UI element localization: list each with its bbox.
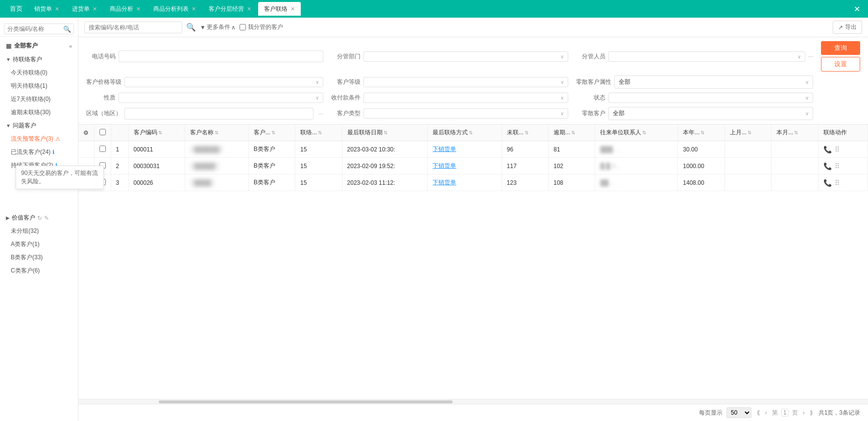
col-name[interactable]: 客户名称⇅ xyxy=(185,124,248,141)
filter-customer-type-select[interactable]: ∨ xyxy=(363,108,568,119)
tab-home[interactable]: 首页 xyxy=(4,4,28,13)
col-no-contact[interactable]: 未联...⇅ xyxy=(502,124,548,141)
phone-icon[interactable]: 📞 xyxy=(823,179,832,187)
more-action-icon[interactable]: ⠿ xyxy=(835,146,840,153)
scrollbar-thumb[interactable] xyxy=(159,400,453,403)
contact-method-link[interactable]: 下销货单 xyxy=(433,146,456,152)
tab-purchase[interactable]: 进货单 ✕ xyxy=(66,2,103,16)
col-settings[interactable]: ⚙ xyxy=(78,124,94,141)
sort-icon: ⇅ xyxy=(794,130,798,135)
per-page-select[interactable]: 50 20 100 xyxy=(726,407,751,418)
close-icon[interactable]: ✕ xyxy=(93,6,97,12)
sort-icon: ⇅ xyxy=(642,130,646,135)
sort-icon: ⇅ xyxy=(469,130,473,135)
close-icon[interactable]: ✕ xyxy=(247,6,251,12)
sidebar-item-overdue-contact[interactable]: 逾期未联络(30) xyxy=(0,106,78,119)
filter-row-4: 区域（地区） ··· 客户类型 ∨ 零散客户 全部 ∨ xyxy=(86,107,860,120)
col-contact[interactable]: 联络...⇅ xyxy=(295,124,342,141)
settings-button[interactable]: 设置 xyxy=(821,57,860,72)
close-icon[interactable]: ✕ xyxy=(55,6,59,12)
col-this-month[interactable]: 本月...⇅ xyxy=(772,124,818,141)
sidebar-item-class-c[interactable]: C类客户(6) xyxy=(0,264,78,277)
cell-action: 📞 ⠿ xyxy=(818,158,868,174)
col-last-month[interactable]: 上月...⇅ xyxy=(724,124,771,141)
tab-sales[interactable]: 销货单 ✕ xyxy=(28,2,65,16)
settings-icon[interactable]: ⚙ xyxy=(83,129,89,136)
pagination-nav: ⟪ ‹ 第 1 页 › ⟫ xyxy=(755,409,815,417)
refresh-icon[interactable]: ↻ xyxy=(37,215,42,222)
cell-code: 00030031 xyxy=(128,158,185,174)
more-action-icon[interactable]: ⠿ xyxy=(835,179,840,187)
sidebar-item-lost-warning[interactable]: 流失预警客户(3) ⚠ xyxy=(0,132,78,146)
col-last-contact-method[interactable]: 最后联络方式⇅ xyxy=(428,124,502,141)
tab-analysis[interactable]: 商品分析 ✕ xyxy=(104,2,146,16)
sidebar-all-customers[interactable]: ▦ 全部客户 « xyxy=(0,39,78,53)
phone-icon[interactable]: 📞 xyxy=(823,146,832,153)
edit-icon[interactable]: ✎ xyxy=(44,215,49,222)
sidebar-group-pending-title[interactable]: ▼ 待联络客户 xyxy=(0,53,78,66)
filter-nature-select[interactable]: ∨ xyxy=(119,93,323,103)
advanced-filter-panel: 电话号码 分管部门 ∨ 分管人员 ∨ ··· xyxy=(78,37,868,124)
filter-price-grade-select[interactable]: ∨ xyxy=(124,77,323,87)
col-last-contact-date[interactable]: 最后联络日期⇅ xyxy=(342,124,428,141)
contact-method-link[interactable]: 下销货单 xyxy=(433,179,456,186)
sidebar-item-week[interactable]: 近7天待联络(0) xyxy=(0,93,78,106)
filter-search-button[interactable]: 🔍 xyxy=(186,23,196,32)
filter-person-select[interactable]: ∨ xyxy=(608,51,805,62)
cell-last-contact-method[interactable]: 下销货单 xyxy=(428,158,502,174)
filter-customer-grade-select[interactable]: ∨ xyxy=(363,77,568,87)
col-overdue[interactable]: 逾期...⇅ xyxy=(549,124,595,141)
sidebar-item-tomorrow[interactable]: 明天待联络(1) xyxy=(0,79,78,93)
tab-analysis-list[interactable]: 商品分析列表 ✕ xyxy=(147,2,202,16)
more-action-icon[interactable]: ⠿ xyxy=(835,162,840,170)
my-customers-checkbox-label[interactable]: 我分管的客户 xyxy=(240,23,283,31)
table-footer: 每页显示 50 20 100 ⟪ ‹ 第 1 页 › ⟫ 共1页，3条记录 xyxy=(78,404,868,421)
row-checkbox[interactable] xyxy=(99,146,106,152)
sidebar-item-today[interactable]: 今天待联络(0) xyxy=(0,66,78,79)
horizontal-scrollbar[interactable] xyxy=(78,399,868,404)
col-checkbox[interactable] xyxy=(94,124,111,141)
query-button[interactable]: 查询 xyxy=(821,41,860,55)
col-unit-contact[interactable]: 往来单位联系人⇅ xyxy=(595,124,678,141)
sidebar-item-class-a[interactable]: A类客户(1) xyxy=(0,238,78,251)
sidebar-item-already-lost[interactable]: 已流失客户(24) ℹ xyxy=(0,146,78,159)
filter-scattered-attr-select[interactable]: 全部 ∨ xyxy=(614,75,813,89)
sidebar-group-value-title[interactable]: ▶ 价值客户 ↻ ✎ xyxy=(0,211,78,224)
filter-phone-input[interactable] xyxy=(119,50,323,62)
col-type[interactable]: 客户...⇅ xyxy=(248,124,295,141)
col-code[interactable]: 客户编码⇅ xyxy=(128,124,185,141)
sidebar-item-unclassified[interactable]: 未分组(32) xyxy=(0,224,78,238)
sidebar-item-class-b[interactable]: B类客户(33) xyxy=(0,251,78,264)
filter-dept-select[interactable]: ∨ xyxy=(363,51,568,62)
filter-scattered-select[interactable]: 全部 ∨ xyxy=(608,107,813,120)
cell-checkbox[interactable] xyxy=(94,141,111,158)
filter-search-input[interactable] xyxy=(84,22,182,33)
filter-payment-select[interactable]: ∨ xyxy=(363,93,568,103)
close-all-icon[interactable]: ✕ xyxy=(850,4,864,14)
more-dots-icon[interactable]: ··· xyxy=(318,110,323,117)
export-button[interactable]: ↗ 导出 xyxy=(833,21,862,34)
sidebar-group-problem-title[interactable]: ▼ 问题客户 xyxy=(0,119,78,132)
last-page-icon[interactable]: ⟫ xyxy=(808,409,815,416)
my-customers-checkbox[interactable] xyxy=(240,24,246,30)
prev-page-icon[interactable]: ‹ xyxy=(764,409,769,416)
next-page-icon[interactable]: › xyxy=(801,409,806,416)
col-this-year[interactable]: 本年...⇅ xyxy=(678,124,724,141)
contact-method-link[interactable]: 下销货单 xyxy=(433,162,456,169)
tab-customer-connect[interactable]: 客户联络 ✕ xyxy=(258,2,301,16)
current-page[interactable]: 1 xyxy=(781,409,789,417)
close-icon[interactable]: ✕ xyxy=(136,6,141,12)
cell-unit-contact: ███ ... xyxy=(595,141,678,158)
first-page-icon[interactable]: ⟪ xyxy=(755,409,762,416)
cell-last-contact-method[interactable]: 下销货单 xyxy=(428,141,502,158)
cell-last-contact-method[interactable]: 下销货单 xyxy=(428,174,502,191)
close-icon[interactable]: ✕ xyxy=(290,6,295,12)
select-all-checkbox[interactable] xyxy=(99,129,106,135)
more-conditions-toggle[interactable]: ▼ 更多条件 ∧ xyxy=(200,23,236,31)
tab-customer-tier[interactable]: 客户分层经营 ✕ xyxy=(203,2,257,16)
close-icon[interactable]: ✕ xyxy=(192,6,196,12)
phone-icon[interactable]: 📞 xyxy=(823,162,832,170)
filter-region-input[interactable] xyxy=(124,108,313,120)
more-dots-icon[interactable]: ··· xyxy=(808,53,813,60)
filter-status-select[interactable]: ∨ xyxy=(608,93,813,103)
